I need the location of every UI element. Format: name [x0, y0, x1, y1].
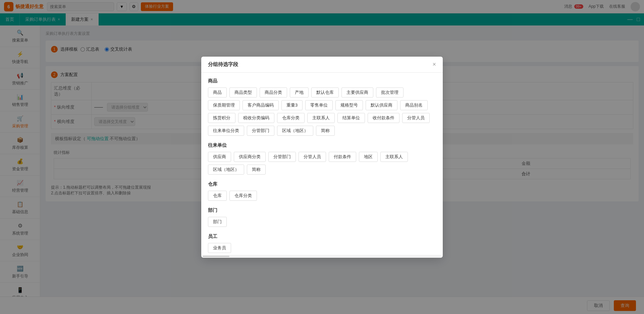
tag-warehouse[interactable]: 仓库 [208, 191, 227, 201]
section-goods-title: 商品 [208, 78, 436, 84]
tag-goods-category[interactable]: 商品分类 [260, 87, 287, 98]
section-dept: 部门 部门 [208, 207, 436, 227]
tag-goods[interactable]: 商品 [208, 87, 227, 98]
tag-goods-alias[interactable]: 商品别名 [400, 100, 428, 110]
tag-supplier[interactable]: 供应商 [208, 152, 231, 162]
tag-payment-condition[interactable]: 付款条件 [329, 152, 356, 162]
tag-partner-category[interactable]: 往来单位分类 [208, 126, 244, 136]
tag-main-supplier[interactable]: 主要供应商 [341, 87, 373, 98]
section-goods: 商品 商品 商品类型 商品分类 产地 默认仓库 主要供应商 批次管理 保质期管理… [208, 78, 436, 136]
tag-partner-manager[interactable]: 分管人员 [299, 152, 326, 162]
tag-warehouse-category[interactable]: 仓库分类 [277, 113, 305, 123]
section-dept-tags: 部门 [208, 217, 436, 227]
tag-manager[interactable]: 分管人员 [402, 113, 430, 123]
section-partner-title: 往来单位 [208, 142, 436, 148]
tag-expiry-mgmt[interactable]: 保质期管理 [208, 100, 240, 110]
modal-close-button[interactable]: × [432, 61, 436, 67]
tag-area[interactable]: 地区 [359, 152, 378, 162]
tag-payment-terms[interactable]: 收付款条件 [368, 113, 399, 123]
section-dept-title: 部门 [208, 207, 436, 213]
tag-supplier-category[interactable]: 供应商分类 [234, 152, 266, 162]
tag-region[interactable]: 区域（地区） [277, 126, 313, 136]
tag-main-contact[interactable]: 主联系人 [307, 113, 335, 123]
modal-dialog: 分组待选字段 × 商品 商品 商品类型 商品分类 产地 默认仓库 主要供应商 批… [201, 57, 443, 258]
tag-batch-mgmt[interactable]: 批次管理 [376, 87, 404, 98]
tag-department[interactable]: 部门 [208, 217, 227, 227]
section-partner-tags: 供应商 供应商分类 分管部门 分管人员 付款条件 地区 主联系人 区域（地区） … [208, 152, 436, 175]
tag-warehouse-cat[interactable]: 仓库分类 [229, 191, 257, 201]
tag-spec-model[interactable]: 规格型号 [335, 100, 363, 110]
tag-default-supplier[interactable]: 默认供应商 [366, 100, 397, 110]
tag-weight3[interactable]: 重量3 [281, 100, 303, 110]
section-warehouse-title: 仓库 [208, 181, 436, 187]
modal-overlay[interactable]: 分组待选字段 × 商品 商品 商品类型 商品分类 产地 默认仓库 主要供应商 批… [0, 0, 644, 314]
tag-dept[interactable]: 分管部门 [247, 126, 274, 136]
section-staff-tags: 业务员 [208, 243, 436, 253]
section-warehouse-tags: 仓库 仓库分类 [208, 191, 436, 201]
tag-partner-region[interactable]: 区域（地区） [208, 165, 244, 175]
tag-tax-code[interactable]: 税收分类编码 [238, 113, 274, 123]
modal-title: 分组待选字段 [208, 61, 238, 68]
tag-abbr[interactable]: 简称 [316, 126, 335, 136]
section-staff-title: 员工 [208, 234, 436, 240]
tag-partner-dept[interactable]: 分管部门 [268, 152, 296, 162]
section-warehouse: 仓库 仓库 仓库分类 [208, 181, 436, 201]
tag-retail-unit[interactable]: 零售单位 [305, 100, 333, 110]
modal-hscroll[interactable] [201, 255, 443, 258]
tag-pick-points[interactable]: 拣货积分 [208, 113, 235, 123]
tag-partner-abbr[interactable]: 简称 [247, 165, 266, 175]
tag-settlement-unit[interactable]: 结算单位 [337, 113, 365, 123]
tag-partner-contact[interactable]: 主联系人 [380, 152, 408, 162]
section-goods-tags: 商品 商品类型 商品分类 产地 默认仓库 主要供应商 批次管理 保质期管理 客户… [208, 87, 436, 136]
tag-salesperson[interactable]: 业务员 [208, 243, 231, 253]
tag-customer-code[interactable]: 客户商品编码 [243, 100, 279, 110]
modal-body: 商品 商品 商品类型 商品分类 产地 默认仓库 主要供应商 批次管理 保质期管理… [201, 73, 443, 255]
modal-header: 分组待选字段 × [201, 57, 443, 73]
section-staff: 员工 业务员 [208, 234, 436, 253]
tag-goods-type[interactable]: 商品类型 [229, 87, 257, 98]
tag-origin[interactable]: 产地 [290, 87, 309, 98]
section-partner: 往来单位 供应商 供应商分类 分管部门 分管人员 付款条件 地区 主联系人 区域… [208, 142, 436, 175]
tag-default-warehouse[interactable]: 默认仓库 [311, 87, 339, 98]
